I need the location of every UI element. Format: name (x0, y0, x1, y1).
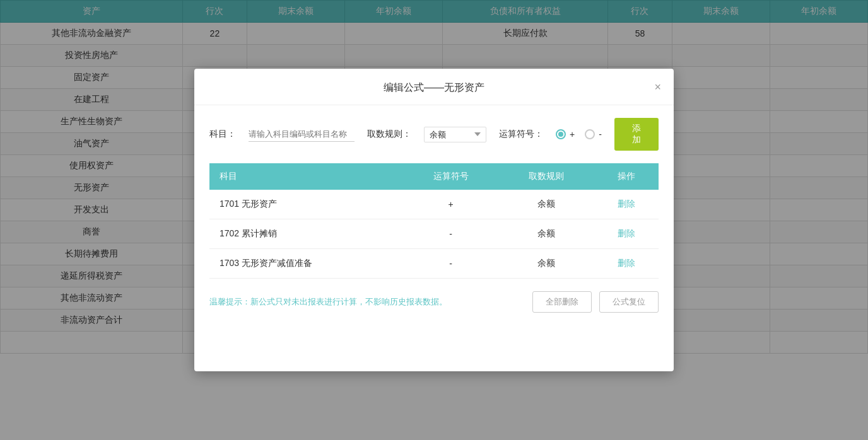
operator-plus-radio[interactable]: + (556, 129, 575, 139)
formula-subject: 1703 无形资产减值准备 (209, 249, 403, 279)
formula-action: 删除 (594, 190, 659, 219)
formula-rule: 余额 (498, 190, 594, 219)
modal-close-button[interactable]: × (652, 79, 664, 95)
formula-table: 科目 运算符号 取数规则 操作 1701 无形资产+余额删除1702 累计摊销-… (209, 163, 659, 279)
operator-plus-circle (556, 129, 566, 139)
formula-table-row: 1702 累计摊销-余额删除 (209, 219, 659, 249)
formula-subject: 1702 累计摊销 (209, 219, 403, 249)
th-subject: 科目 (209, 163, 403, 190)
form-row: 科目： 取数规则： 余额借方贷方借方发生额贷方发生额 运算符号： + - 添加 (194, 105, 674, 163)
subject-label: 科目： (209, 129, 236, 140)
modal-header: 编辑公式——无形资产 × (194, 69, 674, 105)
delete-all-button[interactable]: 全部删除 (532, 291, 592, 313)
operator-label: 运算符号： (499, 129, 543, 140)
rule-select[interactable]: 余额借方贷方借方发生额贷方发生额 (424, 127, 486, 142)
th-action: 操作 (594, 163, 659, 190)
formula-action: 删除 (594, 249, 659, 279)
formula-operator: - (403, 219, 498, 249)
formula-table-row: 1701 无形资产+余额删除 (209, 190, 659, 219)
th-rule: 取数规则 (498, 163, 594, 190)
operator-minus-label: - (599, 129, 602, 139)
modal-footer: 温馨提示：新公式只对未出报表进行计算，不影响历史报表数据。 全部删除 公式复位 (194, 279, 674, 313)
operator-plus-label: + (570, 129, 575, 139)
formula-rule: 余额 (498, 219, 594, 249)
operator-minus-radio[interactable]: - (585, 129, 602, 139)
delete-row-button[interactable]: 删除 (618, 228, 635, 238)
footer-buttons: 全部删除 公式复位 (532, 291, 659, 313)
delete-row-button[interactable]: 删除 (618, 199, 635, 209)
hint-text: 温馨提示：新公式只对未出报表进行计算，不影响历史报表数据。 (209, 296, 447, 308)
th-operator: 运算符号 (403, 163, 498, 190)
operator-radio-group: + - (556, 129, 602, 139)
modal-overlay: 编辑公式——无形资产 × 科目： 取数规则： 余额借方贷方借方发生额贷方发生额 … (0, 0, 868, 440)
subject-input[interactable] (249, 127, 355, 142)
rule-label: 取数规则： (367, 129, 411, 140)
delete-row-button[interactable]: 删除 (618, 258, 635, 268)
operator-minus-circle (585, 129, 595, 139)
table-header-row: 科目 运算符号 取数规则 操作 (209, 163, 659, 190)
add-button[interactable]: 添加 (614, 118, 659, 151)
formula-rule: 余额 (498, 249, 594, 279)
formula-action: 删除 (594, 219, 659, 249)
formula-operator: + (403, 190, 498, 219)
formula-subject: 1701 无形资产 (209, 190, 403, 219)
formula-operator: - (403, 249, 498, 279)
modal-title: 编辑公式——无形资产 (384, 81, 484, 95)
reset-formula-button[interactable]: 公式复位 (599, 291, 659, 313)
formula-table-row: 1703 无形资产减值准备-余额删除 (209, 249, 659, 279)
modal-dialog: 编辑公式——无形资产 × 科目： 取数规则： 余额借方贷方借方发生额贷方发生额 … (194, 69, 674, 371)
